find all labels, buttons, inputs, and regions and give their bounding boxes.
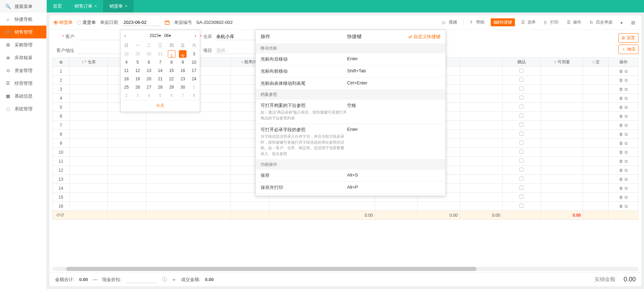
cal-day[interactable]: 29 xyxy=(166,83,177,91)
cal-day[interactable]: 29 xyxy=(132,50,144,58)
delete-icon[interactable]: 🗑 xyxy=(619,186,623,191)
delete-icon[interactable]: 🗑 xyxy=(619,96,623,101)
table-row[interactable]: 16🗑⧉ xyxy=(53,202,638,211)
sidebar-item-5[interactable]: ⊙资金管理 xyxy=(0,64,46,77)
cal-day[interactable]: 11 xyxy=(121,66,132,75)
gift-checkbox[interactable] xyxy=(519,177,524,181)
cal-day[interactable]: 30 xyxy=(143,50,155,58)
copy-icon[interactable]: ⧉ xyxy=(625,204,628,209)
cal-day[interactable]: 26 xyxy=(132,83,144,91)
sidebar-item-4[interactable]: ≣库存核算 xyxy=(0,51,46,64)
cal-day[interactable]: 7 xyxy=(177,91,189,100)
cal-day[interactable]: 7 xyxy=(155,58,166,66)
cal-day[interactable]: 3 xyxy=(132,91,144,100)
delete-icon[interactable]: 🗑 xyxy=(619,204,623,209)
cal-month[interactable]: 06▾ xyxy=(164,33,171,38)
copy-icon[interactable]: ⧉ xyxy=(625,168,628,173)
cal-day[interactable]: 21 xyxy=(155,75,166,83)
cal-day[interactable]: 17 xyxy=(188,66,200,75)
delete-icon[interactable]: 🗑 xyxy=(619,105,623,110)
cal-day[interactable]: 16 xyxy=(177,66,189,75)
cal-day[interactable]: 31 xyxy=(155,50,166,58)
date-input[interactable] xyxy=(122,19,160,26)
cal-day[interactable]: 1 xyxy=(188,83,200,91)
cal-day[interactable]: 8 xyxy=(166,58,177,66)
gift-checkbox[interactable] xyxy=(519,96,524,100)
delete-icon[interactable]: 🗑 xyxy=(619,168,623,173)
help-icon[interactable]: ⓘ xyxy=(162,277,167,283)
gift-checkbox[interactable] xyxy=(519,168,524,172)
expand-button[interactable]: ▸ xyxy=(619,19,625,26)
select-button[interactable]: ☲选单 xyxy=(519,19,538,26)
cal-day[interactable]: 4 xyxy=(143,91,155,100)
doc-type-return-radio[interactable]: 退货单 xyxy=(77,19,96,26)
doc-type-sale-radio[interactable]: 销货单 xyxy=(54,19,73,26)
more-button[interactable]: ▤ xyxy=(629,19,637,26)
cal-day[interactable]: 28 xyxy=(155,83,166,91)
gift-checkbox[interactable] xyxy=(519,105,524,109)
delete-icon[interactable]: 🗑 xyxy=(619,177,623,182)
tab-2[interactable]: 销货单× xyxy=(103,0,134,12)
delete-icon[interactable]: 🗑 xyxy=(619,132,623,137)
copy-icon[interactable]: ⧉ xyxy=(625,177,628,182)
gift-checkbox[interactable] xyxy=(519,114,524,118)
copy-icon[interactable]: ⧉ xyxy=(625,141,628,146)
col-deliver[interactable]: ⇅交 xyxy=(583,58,609,67)
settings-button[interactable]: ⚙设置 xyxy=(618,33,638,43)
copy-icon[interactable]: ⧉ xyxy=(625,105,628,110)
delete-icon[interactable]: 🗑 xyxy=(619,114,623,119)
cal-day[interactable]: 2 xyxy=(121,91,132,100)
cal-day[interactable]: 6 xyxy=(166,91,177,100)
gift-checkbox[interactable] xyxy=(519,195,524,199)
tab-1[interactable]: 销售订单× xyxy=(68,0,103,12)
copy-icon[interactable]: ⧉ xyxy=(625,159,628,164)
delete-icon[interactable]: 🗑 xyxy=(619,150,623,155)
col-gear[interactable]: ⚙ xyxy=(53,58,70,67)
sidebar-item-1[interactable]: ⌂快捷导航 xyxy=(0,13,46,26)
cal-day[interactable]: 18 xyxy=(121,75,132,83)
delete-icon[interactable]: 🗑 xyxy=(619,123,623,128)
sidebar-item-8[interactable]: ◌系统管理 xyxy=(0,102,46,115)
gift-checkbox[interactable] xyxy=(519,123,524,127)
sidebar-item-7[interactable]: ▦基础信息 xyxy=(0,90,46,102)
cal-day[interactable]: 27 xyxy=(143,83,155,91)
cal-day[interactable]: 22 xyxy=(166,75,177,83)
copy-icon[interactable]: ⧉ xyxy=(625,96,628,101)
delete-icon[interactable]: 🗑 xyxy=(619,87,623,92)
copy-icon[interactable]: ⧉ xyxy=(625,150,628,155)
cal-day[interactable]: 30 xyxy=(177,83,189,91)
cal-day[interactable]: 1 xyxy=(168,50,175,58)
gift-checkbox[interactable] xyxy=(519,150,524,154)
cal-day[interactable]: 9 xyxy=(177,58,189,66)
gift-checkbox[interactable] xyxy=(519,186,524,190)
cal-day[interactable]: 10 xyxy=(188,58,200,66)
cal-day[interactable]: 8 xyxy=(188,91,200,100)
copy-icon[interactable]: ⧉ xyxy=(625,69,628,74)
gift-checkbox[interactable] xyxy=(519,87,524,91)
video-button[interactable]: ▷视频 xyxy=(441,19,459,26)
copy-icon[interactable]: ⧉ xyxy=(625,186,628,191)
cal-day[interactable]: 3 xyxy=(188,50,200,58)
gift-checkbox[interactable] xyxy=(519,132,524,136)
sidebar-item-0[interactable]: 🔍搜索菜单 xyxy=(0,0,46,13)
delete-icon[interactable]: 🗑 xyxy=(619,159,623,164)
gift-checkbox[interactable] xyxy=(519,69,524,73)
tab-0[interactable]: 首页 xyxy=(47,0,68,12)
col-gift[interactable]: 赠品 xyxy=(502,58,541,67)
print-button[interactable]: ⎙打印 xyxy=(542,19,561,26)
gift-checkbox[interactable] xyxy=(519,78,524,82)
cal-day[interactable]: 4 xyxy=(121,58,132,66)
cal-day[interactable]: 12 xyxy=(132,66,144,75)
cal-next-icon[interactable]: › xyxy=(194,33,196,38)
cal-day[interactable]: 20 xyxy=(143,75,155,83)
sidebar-item-3[interactable]: ⊞采购管理 xyxy=(0,38,46,51)
cal-day[interactable]: 28 xyxy=(121,50,132,58)
delete-icon[interactable]: 🗑 xyxy=(619,78,623,83)
copy-icon[interactable]: ⧉ xyxy=(625,123,628,128)
cal-day[interactable]: 5 xyxy=(132,58,144,66)
sidebar-item-2[interactable]: 🛒销售管理 xyxy=(0,26,46,38)
col-warehouse[interactable]: ⇅* 仓库 xyxy=(70,58,108,67)
delete-icon[interactable]: 🗑 xyxy=(619,141,623,146)
operate-button[interactable]: ☰操作 xyxy=(565,19,583,26)
copy-icon[interactable]: ⧉ xyxy=(625,87,628,92)
